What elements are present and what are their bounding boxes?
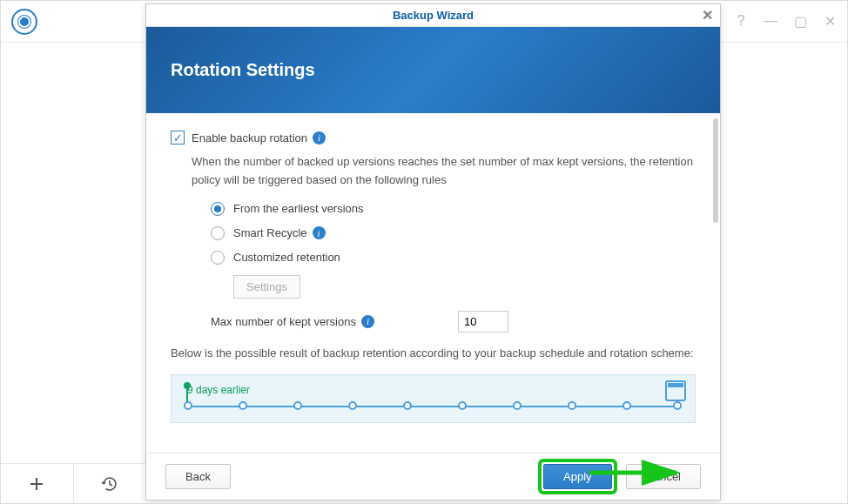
timeline-point (184, 401, 192, 410)
add-task-button[interactable] (1, 464, 73, 503)
info-icon[interactable]: i (313, 226, 326, 239)
timeline-point (293, 401, 302, 410)
dialog-title: Backup Wizard (393, 9, 474, 22)
maximize-icon[interactable]: ▢ (793, 13, 807, 30)
dialog-titlebar[interactable]: Backup Wizard ✕ (146, 4, 720, 27)
dialog-close-icon[interactable]: ✕ (702, 7, 713, 24)
retention-settings-button: Settings (233, 275, 300, 299)
radio-smart-label: Smart Recycle (233, 226, 307, 239)
cancel-button[interactable]: Cancel (626, 464, 701, 489)
backup-wizard-dialog: Backup Wizard ✕ Rotation Settings ✓ Enab… (145, 3, 721, 501)
timeline-point (458, 401, 467, 410)
timeline-point (673, 401, 682, 410)
dialog-content: ✓ Enable backup rotation i When the numb… (146, 113, 720, 453)
info-icon[interactable]: i (313, 131, 326, 144)
history-button[interactable] (73, 464, 146, 503)
dialog-banner: Rotation Settings (146, 27, 720, 113)
minimize-icon[interactable]: — (764, 13, 777, 30)
dialog-footer: Back Apply Cancel (146, 453, 720, 500)
sidebar-bottom-toolbar (1, 463, 145, 503)
banner-title: Rotation Settings (171, 60, 315, 80)
timeline-point (348, 401, 357, 410)
timeline-point (403, 401, 412, 410)
timeline-point (239, 401, 247, 410)
scrollbar-thumb[interactable] (713, 118, 718, 223)
max-versions-input[interactable] (458, 311, 508, 333)
info-icon[interactable]: i (361, 315, 374, 328)
rotation-description: When the number of backed up versions re… (192, 153, 696, 190)
timeline-track (184, 401, 683, 412)
retention-timeline: 9 days earlier (171, 374, 696, 423)
max-versions-label: Max number of kept versions (211, 315, 356, 328)
timeline-point (623, 401, 631, 410)
apply-highlight-annotation: Apply (538, 459, 617, 494)
radio-earliest-label: From the earliest versions (233, 202, 364, 215)
app-logo-icon (11, 9, 37, 35)
close-icon[interactable]: ✕ (823, 13, 837, 30)
radio-custom[interactable] (211, 251, 225, 265)
apply-button[interactable]: Apply (543, 464, 612, 489)
enable-rotation-label: Enable backup rotation (192, 131, 307, 144)
help-icon[interactable]: ? (734, 13, 748, 30)
result-description: Below is the possible result of backup r… (171, 345, 696, 363)
enable-rotation-checkbox[interactable]: ✓ (171, 131, 185, 144)
radio-smart[interactable] (211, 226, 225, 240)
radio-earliest[interactable] (211, 202, 225, 216)
calendar-icon[interactable] (665, 380, 686, 401)
back-button[interactable]: Back (165, 464, 231, 489)
radio-custom-label: Customized retention (233, 251, 340, 264)
timeline-point (568, 401, 576, 410)
retention-radio-group: From the earliest versions Smart Recycle… (211, 202, 696, 265)
timeline-label: 9 days earlier (187, 384, 683, 396)
timeline-point (513, 401, 522, 410)
